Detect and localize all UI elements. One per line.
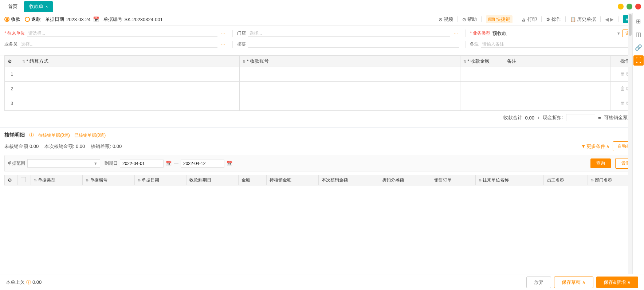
verify-info-icon[interactable]: ⓘ [29, 132, 34, 138]
operation-icon: ⚙ [546, 17, 550, 22]
divider-2 [481, 16, 482, 22]
row-1-delete-icon[interactable]: 🗑 [620, 71, 625, 77]
summary-field: 摘要 [232, 41, 465, 48]
bill-limit-val: 0.00 [32, 279, 42, 285]
btn-shortcut[interactable]: ⌨ 快捷键 [486, 15, 513, 23]
col-due-date[interactable]: 收款到期日 [186, 175, 238, 185]
counterparty-more-btn[interactable]: ··· [220, 31, 227, 36]
sidebar-expand-icon[interactable]: ⛶ [633, 55, 644, 66]
filter-icon: ▼ [581, 144, 586, 149]
filter-range-dropdown[interactable]: ▾ [27, 159, 100, 168]
row-2-account[interactable] [240, 82, 460, 96]
doc-date-calendar-icon[interactable]: 📅 [93, 16, 99, 22]
filter-range-field: 单据范围 ▾ [8, 159, 100, 168]
tab-done[interactable]: 已核销单据(0笔) [74, 132, 106, 138]
filter-due-date-field: 到期日 📅 — 📅 [105, 160, 232, 168]
save-draft-btn[interactable]: 保存草稿 ∧ [554, 277, 593, 288]
doc-no-field: 单据编号 SK-20230324-001 [103, 16, 163, 23]
bottom-actions: 放弃 保存草稿 ∧ 保存&新增 ∧ [526, 277, 638, 288]
scroll-indicator [628, 13, 632, 290]
query-btn[interactable]: 查询 [590, 158, 611, 168]
col-check-all[interactable] [18, 175, 31, 185]
col-settings-header[interactable]: ⚙ [5, 56, 19, 67]
col-current-amount[interactable]: 本次核销金额 [319, 175, 379, 185]
save-arrow-icon: ∧ [627, 279, 631, 285]
store-more-btn[interactable]: ··· [452, 31, 460, 36]
row-3-settlement[interactable] [19, 96, 240, 111]
table-row: 3 🗑 ⧉ [5, 96, 640, 111]
col-checkbox-header: ⚙ [5, 175, 18, 185]
salesman-field: 业务员 ··· [4, 41, 232, 48]
salesman-more-btn[interactable]: ··· [220, 42, 227, 47]
diff-label: 核销差额: [91, 143, 111, 150]
tab-receipt[interactable]: 收款单 × [24, 1, 53, 12]
sidebar-link-icon[interactable]: 🔗 [633, 42, 644, 52]
current-label: 本次核销金额: [44, 143, 74, 150]
row-2-delete-icon[interactable]: 🗑 [620, 86, 625, 91]
win-close-btn[interactable] [635, 4, 641, 9]
summary-input[interactable] [248, 41, 459, 48]
row-2-notes[interactable] [504, 82, 610, 96]
date-from-calendar-icon[interactable]: 📅 [166, 161, 172, 166]
video-icon: ⊙ [439, 17, 443, 22]
scroll-thumb[interactable] [629, 14, 632, 36]
col-doc-date[interactable]: ⇅ 单据日期 [134, 175, 186, 185]
settings-icon-verify[interactable]: ⚙ [8, 177, 12, 183]
date-to-calendar-icon[interactable]: 📅 [227, 161, 232, 166]
btn-operation[interactable]: ⚙ 操作 [546, 16, 561, 23]
bill-info-icon[interactable]: ⓘ [26, 279, 31, 286]
notes-input[interactable] [481, 41, 637, 48]
store-input[interactable] [248, 30, 450, 37]
row-2-amount[interactable] [460, 82, 504, 96]
col-counterparty[interactable]: ⇅ 往来单位名称 [475, 175, 543, 185]
col-amount-header[interactable]: ⇅ * 收款金额 [460, 56, 504, 67]
btn-help[interactable]: ⊙ 帮助 [462, 16, 477, 23]
tab-home[interactable]: 首页 [3, 1, 23, 12]
check-all-checkbox[interactable] [21, 177, 26, 182]
radio-refund[interactable]: 退款 [25, 16, 41, 23]
row-3-delete-icon[interactable]: 🗑 [620, 100, 625, 106]
win-maximize-btn[interactable] [627, 4, 632, 9]
more-conditions-btn[interactable]: ▼ 更多条件 ∧ [581, 143, 610, 150]
sidebar-layout-icon[interactable]: ◫ [633, 29, 644, 39]
win-minimize-btn[interactable] [618, 4, 624, 9]
tab-pending[interactable]: 待核销单据(0笔) [38, 132, 70, 138]
save-new-btn[interactable]: 保存&新增 ∧ [596, 277, 638, 288]
radio-receipt[interactable]: 收款 [4, 16, 20, 23]
btn-history[interactable]: 📋 历史单据 [570, 16, 596, 23]
summary-label: 摘要 [237, 41, 246, 47]
col-doc-no[interactable]: ⇅ 单据编号 [83, 175, 134, 185]
sidebar-table-icon[interactable]: ⊞ [633, 16, 644, 26]
abandon-btn[interactable]: 放弃 [526, 277, 551, 288]
row-1-settlement[interactable] [19, 67, 240, 82]
row-3-amount[interactable] [460, 96, 504, 111]
row-2-settlement[interactable] [19, 82, 240, 96]
counterparty-input[interactable] [27, 30, 217, 37]
col-discount[interactable]: 折扣分摊额 [379, 175, 431, 185]
row-1-account[interactable] [240, 67, 460, 82]
btn-print[interactable]: 🖨 打印 [522, 16, 537, 23]
col-doc-type[interactable]: ⇅ 单据类型 [31, 175, 83, 185]
window-controls [618, 4, 641, 9]
nav-prev-icon[interactable]: ◀ [605, 16, 609, 22]
col-pending-amount[interactable]: 待核销金额 [266, 175, 318, 185]
row-1-amount[interactable] [460, 67, 504, 82]
filter-date-from-input[interactable] [120, 160, 164, 168]
salesman-input[interactable] [20, 41, 217, 48]
col-account-header[interactable]: ⇅ * 收款账号 [240, 56, 460, 67]
row-1-notes[interactable] [504, 67, 610, 82]
nav-next-icon[interactable]: ▶ [610, 16, 614, 22]
row-3-notes[interactable] [504, 96, 610, 111]
btn-video[interactable]: ⊙ 视频 [439, 16, 453, 23]
filter-date-to-input[interactable] [181, 160, 224, 168]
col-amount[interactable]: 金额 [239, 175, 266, 185]
row-3-account[interactable] [240, 96, 460, 111]
col-sales-order[interactable]: 销售订单 [431, 175, 475, 185]
col-employee[interactable]: 员工名称 [543, 175, 588, 185]
tab-close-btn[interactable]: × [46, 4, 48, 9]
biz-type-select[interactable]: 预收款 ▾ [492, 30, 620, 37]
col-notes-header[interactable]: 备注 [504, 56, 610, 67]
receipt-table: ⚙ ⇅ * 结算方式 ⇅ * 收款账号 ⇅ * 收款金额 [4, 55, 640, 111]
discount-input[interactable] [566, 114, 595, 121]
col-settlement-header[interactable]: ⇅ * 结算方式 [19, 56, 240, 67]
